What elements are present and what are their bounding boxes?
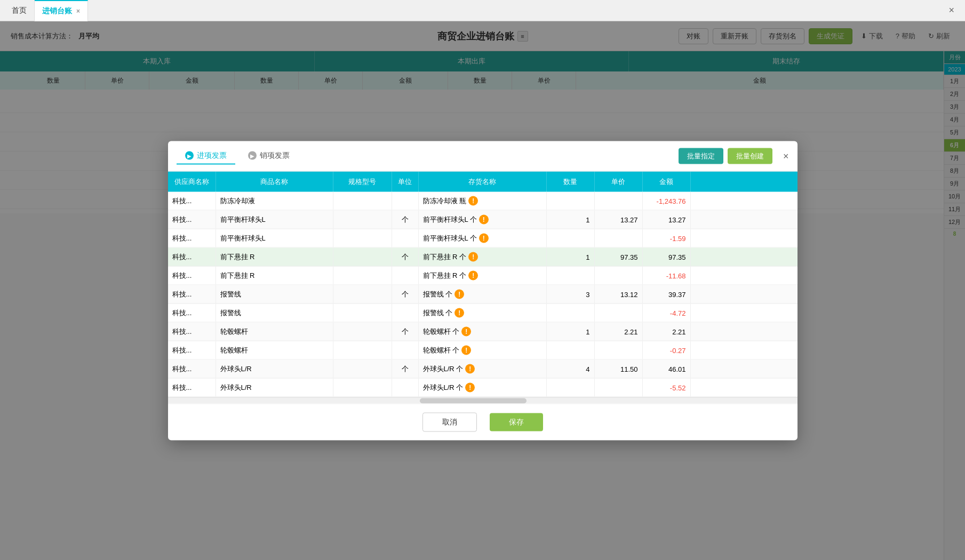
td-inventory: 报警线 个 ! [419, 304, 547, 322]
modal-footer: 取消 保存 [168, 404, 797, 441]
tab-outbound-invoice[interactable]: ▶ 销项发票 [240, 148, 298, 165]
td-spec [333, 285, 392, 303]
td-unitprice [595, 192, 643, 210]
td-product: 轮毂螺杆 [216, 323, 333, 341]
td-unit: 个 [392, 323, 419, 341]
td-amount: -1.59 [643, 229, 691, 247]
td-product: 前平衡杆球头L [216, 211, 333, 229]
tab-home-label: 首页 [12, 6, 27, 15]
inbound-tab-icon: ▶ [185, 151, 194, 160]
td-amount: 13.27 [643, 211, 691, 229]
td-product: 轮毂螺杆 [216, 341, 333, 359]
tab-ledger-label: 进销台账 [42, 6, 72, 16]
td-amount: 2.21 [643, 323, 691, 341]
td-inventory: 外球头L/R 个 ! [419, 379, 547, 397]
td-supplier: 科技... [168, 360, 216, 378]
app-close-icon[interactable]: × [942, 5, 961, 16]
td-spec [333, 341, 392, 359]
warning-icon: ! [454, 308, 464, 318]
td-quantity: 1 [547, 248, 595, 266]
th-inventory: 存货名称 [419, 172, 547, 192]
td-inventory: 前下悬挂 R 个 ! [419, 248, 547, 266]
td-unitprice: 13.12 [595, 285, 643, 303]
td-unit [392, 341, 419, 359]
warning-icon: ! [479, 215, 489, 225]
td-inventory: 前平衡杆球头L 个 ! [419, 229, 547, 247]
td-unitprice [595, 379, 643, 397]
modal-table-body: 科技... 防冻冷却液 防冻冷却液 瓶 ! -1,243.76 科技... 前平… [168, 192, 797, 397]
warning-icon: ! [468, 196, 478, 206]
td-inventory: 防冻冷却液 瓶 ! [419, 192, 547, 210]
table-row: 科技... 前平衡杆球头L 个 前平衡杆球头L 个 ! 1 13.27 13.2… [168, 211, 797, 229]
modal-header-actions: 批量指定 批量创建 × [679, 148, 789, 164]
tab-bar: 首页 进销台账 × × [0, 0, 965, 21]
td-amount: -5.52 [643, 379, 691, 397]
tab-home[interactable]: 首页 [4, 0, 35, 21]
td-inventory: 外球头L/R 个 ! [419, 360, 547, 378]
table-row: 科技... 外球头L/R 外球头L/R 个 ! -5.52 [168, 379, 797, 397]
modal-close-button[interactable]: × [783, 148, 789, 164]
td-unit [392, 304, 419, 322]
td-supplier: 科技... [168, 211, 216, 229]
td-unit: 个 [392, 360, 419, 378]
app-area: 销售成本计算方法： 月平均 商贸企业进销台账 ≡ 对账 重新开账 存货别名 生成… [0, 21, 965, 560]
td-quantity: 1 [547, 211, 595, 229]
warning-icon: ! [461, 327, 471, 337]
scrollbar-thumb[interactable] [420, 398, 527, 404]
td-product: 报警线 [216, 285, 333, 303]
td-spec [333, 229, 392, 247]
td-unitprice: 11.50 [595, 360, 643, 378]
table-scrollbar[interactable] [168, 397, 797, 404]
td-unit [392, 379, 419, 397]
tab-inbound-invoice[interactable]: ▶ 进项发票 [177, 148, 235, 165]
modal-table: 供应商名称 商品名称 规格型号 单位 存货名称 数量 单价 金额 科技... 防… [168, 172, 797, 404]
tab-ledger[interactable]: 进销台账 × [35, 0, 88, 21]
td-amount: -11.68 [643, 267, 691, 285]
td-quantity [547, 341, 595, 359]
td-spec [333, 192, 392, 210]
tab-close-icon[interactable]: × [76, 7, 80, 15]
td-supplier: 科技... [168, 285, 216, 303]
td-unit [392, 267, 419, 285]
td-amount: 39.37 [643, 285, 691, 303]
td-supplier: 科技... [168, 248, 216, 266]
td-unit [392, 229, 419, 247]
td-inventory: 报警线 个 ! [419, 285, 547, 303]
td-quantity [547, 379, 595, 397]
td-inventory: 轮毂螺杆 个 ! [419, 323, 547, 341]
td-unit: 个 [392, 248, 419, 266]
table-row: 科技... 报警线 报警线 个 ! -4.72 [168, 304, 797, 323]
warning-icon: ! [468, 271, 478, 281]
td-unitprice [595, 341, 643, 359]
td-inventory: 轮毂螺杆 个 ! [419, 341, 547, 359]
td-unitprice [595, 304, 643, 322]
save-button[interactable]: 保存 [490, 413, 543, 431]
th-supplier: 供应商名称 [168, 172, 216, 192]
td-product: 前下悬挂 R [216, 267, 333, 285]
td-supplier: 科技... [168, 379, 216, 397]
table-row: 科技... 前下悬挂 R 前下悬挂 R 个 ! -11.68 [168, 267, 797, 285]
th-amount: 金额 [643, 172, 691, 192]
td-supplier: 科技... [168, 323, 216, 341]
td-unit [392, 192, 419, 210]
td-amount: 46.01 [643, 360, 691, 378]
batch-assign-button[interactable]: 批量指定 [679, 148, 723, 164]
td-quantity [547, 229, 595, 247]
td-inventory: 前下悬挂 R 个 ! [419, 267, 547, 285]
warning-icon: ! [465, 383, 475, 393]
td-supplier: 科技... [168, 341, 216, 359]
td-product: 前平衡杆球头L [216, 229, 333, 247]
td-unit: 个 [392, 285, 419, 303]
modal-dialog: ▶ 进项发票 ▶ 销项发票 批量指定 批量创建 × 供应商名称 商品名称 规格型… [168, 141, 797, 441]
td-spec [333, 323, 392, 341]
td-supplier: 科技... [168, 192, 216, 210]
th-unit: 单位 [392, 172, 419, 192]
table-row: 科技... 前下悬挂 R 个 前下悬挂 R 个 ! 1 97.35 97.35 [168, 248, 797, 267]
td-unitprice: 13.27 [595, 211, 643, 229]
cancel-button[interactable]: 取消 [422, 413, 477, 432]
td-quantity: 4 [547, 360, 595, 378]
td-spec [333, 248, 392, 266]
batch-create-button[interactable]: 批量创建 [728, 148, 772, 164]
th-product: 商品名称 [216, 172, 333, 192]
td-inventory: 前平衡杆球头L 个 ! [419, 211, 547, 229]
